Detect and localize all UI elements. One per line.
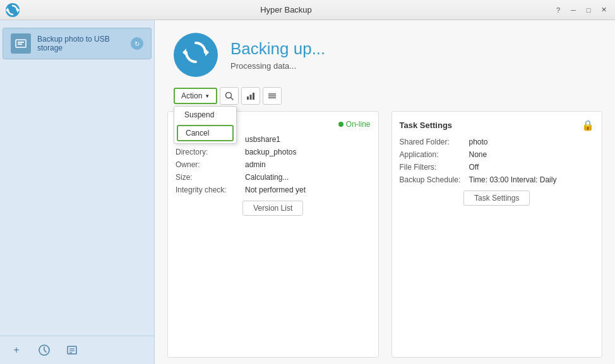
cancel-menu-item[interactable]: Cancel xyxy=(177,125,234,141)
version-list-button[interactable]: Version List xyxy=(242,201,303,216)
titlebar: Hyper Backup ? ─ □ ✕ xyxy=(0,0,615,20)
table-row: Backup Schedule: Time: 03:00 Interval: D… xyxy=(400,175,595,184)
backup-schedule-label: Backup Schedule: xyxy=(400,175,469,184)
directory-value: backup_photos xyxy=(245,148,296,156)
app-logo xyxy=(5,3,20,18)
task-panel-footer: Task Settings xyxy=(400,191,595,206)
info-panels: Target On-line Shared Folder: usbshare1 … xyxy=(155,111,615,364)
table-row: Application: None xyxy=(400,150,595,159)
sidebar-item-backup[interactable]: Backup photo to USB storage ↻ xyxy=(3,28,152,59)
task-shared-folder-value: photo xyxy=(469,138,488,146)
sidebar: Backup photo to USB storage ↻ + xyxy=(0,20,155,364)
refresh-button[interactable]: ↻ xyxy=(131,37,143,50)
task-panel-title: Task Settings xyxy=(400,120,453,130)
task-settings-button[interactable]: Task Settings xyxy=(463,191,530,206)
table-row: Integrity check: Not performed yet xyxy=(176,185,371,194)
target-panel: Target On-line Shared Folder: usbshare1 … xyxy=(167,111,379,358)
svg-marker-11 xyxy=(205,49,209,56)
content-area: Backing up... Processing data... Action … xyxy=(155,20,615,364)
log-button[interactable] xyxy=(63,341,81,359)
close-button[interactable]: ✕ xyxy=(597,4,610,16)
target-panel-footer: Version List xyxy=(176,201,371,216)
owner-label: Owner: xyxy=(176,160,245,169)
table-row: Shared Folder: photo xyxy=(400,138,595,146)
size-label: Size: xyxy=(176,173,245,182)
status-header: Backing up... Processing data... xyxy=(155,20,615,83)
status-text-area: Backing up... Processing data... xyxy=(230,39,325,71)
sidebar-bottom: + xyxy=(0,336,154,364)
sidebar-list: Backup photo to USB storage ↻ xyxy=(0,20,154,67)
integrity-value: Not performed yet xyxy=(245,185,306,194)
suspend-menu-item[interactable]: Suspend xyxy=(174,107,236,123)
app-title: Hyper Backup xyxy=(20,5,552,15)
table-row: Directory: backup_photos xyxy=(176,148,371,156)
help-button[interactable]: ? xyxy=(552,4,564,16)
maximize-button[interactable]: □ xyxy=(582,4,595,16)
table-row: Owner: admin xyxy=(176,160,371,169)
add-backup-button[interactable]: + xyxy=(8,341,25,359)
file-filters-label: File Filters: xyxy=(400,163,469,172)
action-button[interactable]: Action ▼ xyxy=(174,88,217,104)
svg-marker-12 xyxy=(182,49,186,56)
backup-item-label: Backup photo to USB storage xyxy=(37,35,124,52)
action-caret: ▼ xyxy=(205,93,210,99)
minimize-button[interactable]: ─ xyxy=(567,4,580,16)
svg-rect-5 xyxy=(18,44,22,45)
online-label: On-line xyxy=(346,120,371,129)
svg-rect-4 xyxy=(18,42,24,43)
task-panel-header: Task Settings 🔒 xyxy=(400,119,595,131)
target-rows: Shared Folder: usbshare1 Directory: back… xyxy=(176,135,371,194)
window-controls: ? ─ □ ✕ xyxy=(552,4,610,16)
file-filters-value: Off xyxy=(469,163,479,172)
sync-icon-container xyxy=(174,33,218,77)
task-panel: Task Settings 🔒 Shared Folder: photo App… xyxy=(391,111,603,358)
application-value: None xyxy=(469,150,487,159)
lock-icon: 🔒 xyxy=(582,119,594,131)
history-button[interactable] xyxy=(35,341,53,359)
svg-line-14 xyxy=(231,98,234,100)
table-row: Size: Calculating... xyxy=(176,173,371,182)
sync-icon xyxy=(181,38,210,73)
table-row: File Filters: Off xyxy=(400,163,595,172)
action-dropdown: Suspend Cancel xyxy=(174,106,237,144)
toolbar: Action ▼ xyxy=(155,83,615,111)
application-label: Application: xyxy=(400,150,469,159)
task-rows: Shared Folder: photo Application: None F… xyxy=(400,138,595,184)
directory-label: Directory: xyxy=(176,148,245,156)
main-layout: Backup photo to USB storage ↻ + xyxy=(0,20,615,364)
svg-rect-15 xyxy=(247,97,249,100)
integrity-label: Integrity check: xyxy=(176,185,245,194)
online-dot xyxy=(338,122,343,127)
chart-icon-button[interactable] xyxy=(241,87,260,105)
backup-item-icon xyxy=(11,33,31,54)
action-label: Action xyxy=(181,91,202,100)
svg-rect-17 xyxy=(253,93,254,100)
svg-rect-16 xyxy=(250,95,252,100)
menu-icon-button[interactable] xyxy=(263,87,282,105)
backup-schedule-value: Time: 03:00 Interval: Daily xyxy=(469,175,557,184)
shared-folder-value: usbshare1 xyxy=(245,135,280,144)
online-badge: On-line xyxy=(338,120,371,129)
size-value: Calculating... xyxy=(245,173,289,182)
search-icon-button[interactable] xyxy=(220,87,239,105)
task-shared-folder-label: Shared Folder: xyxy=(400,138,469,146)
processing-subtitle: Processing data... xyxy=(230,61,325,71)
owner-value: admin xyxy=(245,160,266,169)
backing-up-title: Backing up... xyxy=(230,39,325,59)
